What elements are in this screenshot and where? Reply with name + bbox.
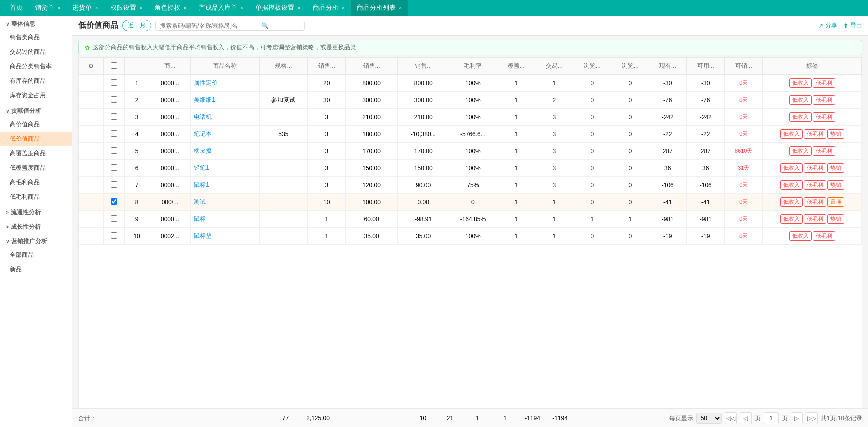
checkbox-cell[interactable] — [104, 194, 124, 211]
checkbox-cell[interactable] — [104, 228, 124, 245]
first-page-btn[interactable]: ◁◁ — [725, 412, 737, 424]
close-permissions-icon[interactable]: × — [139, 5, 142, 11]
row-checkbox[interactable] — [111, 232, 117, 239]
sidebar-item-high-value[interactable]: 高价值商品 — [0, 117, 72, 132]
row-checkbox[interactable] — [111, 130, 117, 137]
product-view1[interactable]: 0 — [573, 177, 611, 194]
select-all-checkbox[interactable] — [111, 62, 117, 69]
close-templates-icon[interactable]: × — [297, 5, 300, 11]
checkbox-cell[interactable] — [104, 126, 124, 143]
view-link[interactable]: 0 — [590, 148, 594, 155]
sidebar-item-category-sales[interactable]: 商品分类销售率 — [0, 59, 72, 74]
view-link[interactable]: 0 — [590, 165, 594, 172]
view-link[interactable]: 0 — [590, 114, 594, 121]
product-name[interactable]: 属性定价 — [191, 75, 259, 92]
page-size-select[interactable]: 50 100 — [696, 413, 722, 424]
sidebar-item-low-coverage[interactable]: 低覆盖度商品 — [0, 161, 72, 175]
product-name[interactable]: 笔记本 — [191, 126, 259, 143]
row-checkbox[interactable] — [111, 181, 117, 188]
checkbox-cell[interactable] — [104, 109, 124, 126]
checkbox-cell[interactable] — [104, 75, 124, 92]
row-checkbox[interactable] — [111, 96, 117, 103]
prev-page-btn[interactable]: ◁ — [740, 412, 752, 424]
export-button[interactable]: ⬆ 导出 — [843, 21, 862, 30]
row-checkbox[interactable] — [111, 164, 117, 171]
th-settings[interactable]: ⚙ — [79, 58, 104, 75]
sidebar-group-marketing[interactable]: ∨ 营销推广分析 — [0, 233, 72, 248]
view-link[interactable]: 0 — [590, 199, 594, 206]
nav-purchase[interactable]: 进货单 × — [66, 0, 104, 16]
product-view1[interactable]: 0 — [573, 75, 611, 92]
sidebar-group-liquidity[interactable]: > 流通性分析 — [0, 204, 72, 219]
sidebar-item-new-products[interactable]: 新品 — [0, 262, 72, 277]
close-analysis-icon[interactable]: × — [342, 5, 345, 11]
nav-products[interactable]: 产成品入库单 × — [193, 0, 249, 16]
search-icon[interactable]: 🔍 — [261, 22, 269, 29]
view-link[interactable]: 0 — [590, 233, 594, 240]
close-analysis-list-icon[interactable]: × — [399, 5, 402, 11]
product-view1[interactable]: 0 — [573, 143, 611, 160]
close-roles-icon[interactable]: × — [183, 5, 186, 11]
checkbox-cell[interactable] — [104, 160, 124, 177]
share-button[interactable]: ↗ 分享 — [818, 21, 837, 30]
sidebar-item-low-margin[interactable]: 低毛利商品 — [0, 190, 72, 204]
product-view1[interactable]: 0 — [573, 228, 611, 245]
product-name[interactable]: 橡皮擦 — [191, 143, 259, 160]
view-link[interactable]: 0 — [590, 131, 594, 138]
product-name[interactable]: 电话机 — [191, 109, 259, 126]
checkbox-cell[interactable] — [104, 143, 124, 160]
view-link[interactable]: 0 — [590, 97, 594, 104]
page-number-input[interactable] — [764, 412, 779, 424]
next-page-btn[interactable]: ▷ — [791, 412, 803, 424]
sidebar-item-stock-capital[interactable]: 库存资金占用 — [0, 88, 72, 103]
close-sales-icon[interactable]: × — [57, 5, 60, 11]
sidebar-item-traded-products[interactable]: 交易过的商品 — [0, 45, 72, 59]
product-name[interactable]: 鼠标1 — [191, 177, 259, 194]
close-purchase-icon[interactable]: × — [95, 5, 98, 11]
checkbox-cell[interactable] — [104, 177, 124, 194]
product-view1[interactable]: 1 — [573, 211, 611, 228]
sidebar-group-overall[interactable]: ∨ 整体信息 — [0, 16, 72, 30]
sidebar-group-contribution[interactable]: ∨ 贡献值分析 — [0, 103, 72, 117]
close-products-icon[interactable]: × — [240, 5, 243, 11]
view-link[interactable]: 0 — [590, 80, 594, 87]
checkbox-cell[interactable] — [104, 211, 124, 228]
product-name[interactable]: 测试 — [191, 194, 259, 211]
nav-analysis-list[interactable]: 商品分析列表 × — [351, 0, 408, 16]
product-view1[interactable]: 0 — [573, 126, 611, 143]
nav-home[interactable]: 首页 — [4, 0, 29, 16]
view-link[interactable]: 1 — [590, 216, 594, 223]
product-view1[interactable]: 0 — [573, 92, 611, 109]
nav-roles[interactable]: 角色授权 × — [148, 0, 192, 16]
sidebar-item-all-products[interactable]: 全部商品 — [0, 248, 72, 262]
sidebar-item-high-coverage[interactable]: 高覆盖度商品 — [0, 146, 72, 161]
last-page-btn[interactable]: ▷▷ — [806, 412, 818, 424]
th-checkbox[interactable] — [104, 58, 124, 75]
row-checkbox[interactable] — [111, 79, 117, 86]
search-input[interactable] — [160, 22, 259, 29]
row-checkbox[interactable] — [111, 113, 117, 120]
nav-product-analysis[interactable]: 商品分析 × — [307, 0, 351, 16]
date-filter-button[interactable]: 近一月 — [122, 20, 151, 31]
nav-permissions[interactable]: 权限设置 × — [104, 0, 148, 16]
sidebar-item-sales-products[interactable]: 销售类商品 — [0, 30, 72, 45]
product-name[interactable]: 吴细细1 — [191, 92, 259, 109]
nav-sales[interactable]: 销货单 × — [29, 0, 66, 16]
product-name[interactable]: 铅笔1 — [191, 160, 259, 177]
sidebar-item-stock-products[interactable]: 有库存的商品 — [0, 74, 72, 88]
row-checkbox[interactable] — [111, 147, 117, 154]
nav-templates[interactable]: 单据模板设置 × — [249, 0, 306, 16]
product-view1[interactable]: 0 — [573, 194, 611, 211]
row-checkbox[interactable] — [111, 215, 117, 222]
row-checkbox[interactable] — [111, 198, 117, 205]
product-view1[interactable]: 0 — [573, 160, 611, 177]
view-link[interactable]: 0 — [590, 182, 594, 189]
product-name[interactable]: 鼠标 — [191, 211, 259, 228]
sidebar-group-growth[interactable]: > 成长性分析 — [0, 219, 72, 233]
sidebar-item-high-margin[interactable]: 高毛利商品 — [0, 175, 72, 190]
table-container[interactable]: ⚙ 商... 商品名称 规格... 销售... 销售... 销售... 毛利率 … — [78, 57, 862, 408]
product-view1[interactable]: 0 — [573, 109, 611, 126]
product-name[interactable]: 鼠标垫 — [191, 228, 259, 245]
checkbox-cell[interactable] — [104, 92, 124, 109]
sidebar-item-low-value[interactable]: 低价值商品 — [0, 132, 72, 146]
